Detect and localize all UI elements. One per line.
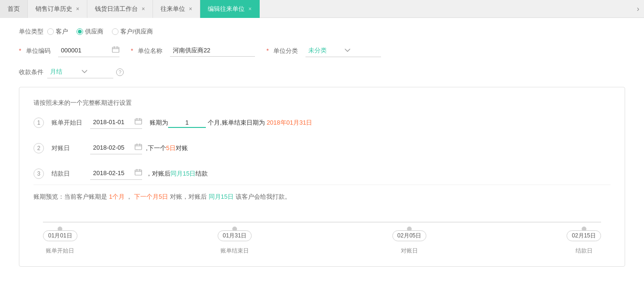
payment-terms-help-icon[interactable]: ? [116, 68, 124, 76]
unit-category-group: * 单位分类 未分类 [266, 44, 381, 57]
preview-end: 该客户会给我打款。 [236, 193, 291, 200]
timeline-point-2: 01月31日 账单结束日 [218, 225, 252, 255]
reconciliation-calendar-icon[interactable] [135, 144, 142, 152]
reconciliation-suffix-prefix: ,下一个 [146, 144, 166, 152]
period-value-input[interactable] [168, 118, 206, 128]
timeline-point-1: 01月01日 账单开始日 [43, 225, 77, 255]
tab-partners[interactable]: 往来单位 × [153, 0, 200, 18]
timeline-label-2: 账单结束日 [220, 247, 249, 255]
preview-sep2: 对账，对账后 [170, 193, 207, 200]
main-content: 单位类型 客户 供应商 客户/供应商 * 单位编码 [0, 18, 644, 287]
section-instruction: 请按照未来的一个完整帐期进行设置 [34, 99, 610, 107]
unit-type-label: 单位类型 [19, 27, 43, 36]
payment-suffix-highlight: 同月15日 [170, 169, 195, 178]
reconciliation-label: 对账日 [51, 144, 85, 152]
payment-suffix-text: 结款 [195, 169, 208, 178]
payment-terms-label: 收款条件 [19, 68, 43, 76]
timeline-badge-4: 02月15日 [567, 230, 601, 241]
timeline-point-3: 02月05日 对账日 [392, 225, 427, 255]
timeline-label-1: 账单开始日 [46, 247, 74, 255]
unit-code-input-wrapper [58, 45, 119, 57]
unit-type-row: 单位类型 客户 供应商 客户/供应商 [19, 27, 625, 36]
payment-date-row: 3 结款日 ，对账后 同月15日 结款 [34, 168, 610, 180]
billing-start-label: 账单开始日 [51, 118, 85, 127]
reconciliation-date-wrapper [90, 142, 142, 154]
unit-code-input[interactable] [58, 45, 110, 56]
payment-date-label: 结款日 [51, 169, 85, 178]
payment-suffix-prefix: ，对账后 [146, 169, 170, 178]
tab-home[interactable]: 首页 [0, 0, 28, 18]
reconciliation-suffix-highlight: 5日 [166, 144, 176, 152]
payment-calendar-icon[interactable] [135, 169, 142, 177]
unit-code-star: * [19, 47, 21, 54]
unit-code-label: 单位编码 [26, 47, 51, 55]
unit-name-group: * 单位名称 [131, 45, 255, 57]
timeline-line [43, 222, 601, 222]
close-sales-history[interactable]: × [76, 6, 79, 12]
tab-bar: 首页 销售订单历史 × 钱货日清工作台 × 往来单位 × 编辑往来单位 × › [0, 0, 644, 18]
preview-sep1: ， [126, 193, 132, 200]
radio-supplier[interactable]: 供应商 [76, 27, 103, 36]
tab-more-button[interactable]: › [632, 5, 644, 13]
preview-part1: 1个月 [109, 193, 125, 200]
unit-category-star: * [266, 47, 269, 54]
svg-rect-4 [135, 119, 142, 124]
unit-code-browse-icon[interactable] [112, 46, 119, 54]
unit-name-input[interactable] [170, 45, 255, 57]
preview-part2: 下一个月5日 [134, 193, 168, 200]
timeline-badge-3: 02月05日 [392, 230, 427, 241]
unit-category-label: 单位分类 [273, 47, 298, 55]
radio-customer[interactable]: 客户 [47, 27, 68, 36]
radio-circle-supplier [76, 28, 83, 35]
row-number-3: 3 [34, 169, 44, 179]
timeline-badge-1: 01月01日 [43, 230, 77, 241]
reconciliation-suffix-text: 对账 [176, 144, 188, 152]
timeline-badge-2: 01月31日 [218, 230, 252, 241]
close-cash-desk[interactable]: × [142, 6, 145, 12]
payment-terms-row: 收款条件 月结 ? [19, 66, 625, 78]
reconciliation-row: 2 对账日 ,下一个 5日 对账 [34, 142, 610, 154]
radio-both[interactable]: 客户/供应商 [112, 27, 153, 36]
row-number-2: 2 [34, 143, 44, 153]
billing-start-date-wrapper [90, 117, 142, 129]
unit-code-group: * 单位编码 [19, 45, 119, 57]
timeline-points: 01月01日 账单开始日 01月31日 账单结束日 02月05日 对账日 [43, 225, 601, 255]
unit-category-select[interactable]: 未分类 [305, 44, 381, 57]
period-label1: 账期为 [150, 118, 168, 127]
billing-period-section: 请按照未来的一个完整帐期进行设置 1 账单开始日 账期为 个月,账单结束日期为 [19, 87, 625, 267]
svg-rect-0 [112, 47, 119, 52]
row-number-1: 1 [34, 118, 44, 128]
preview-row: 账期预览：当前客户账期是 1个月 ， 下一个月5日 对账，对账后 同月15日 该… [34, 185, 610, 206]
timeline-label-4: 结款日 [576, 247, 593, 255]
timeline: 01月01日 账单开始日 01月31日 账单结束日 02月05日 对账日 [43, 215, 601, 255]
billing-start-row: 1 账单开始日 账期为 个月,账单结束日期为 2018年01月31日 [34, 117, 610, 129]
unit-name-star: * [131, 47, 133, 54]
unit-details-row: * 单位编码 * 单位名称 * [19, 44, 625, 57]
period-end-date: 2018年01月31日 [267, 118, 313, 127]
unit-category-chevron [345, 48, 378, 53]
svg-rect-8 [135, 144, 142, 150]
timeline-point-4: 02月15日 结款日 [567, 225, 601, 255]
tab-sales-history[interactable]: 销售订单历史 × [28, 0, 87, 18]
svg-rect-12 [135, 170, 142, 175]
timeline-label-3: 对账日 [401, 247, 418, 255]
tab-edit-partner[interactable]: 编辑往来单位 × [200, 0, 260, 18]
payment-date-wrapper [90, 168, 142, 180]
radio-circle-both [112, 28, 119, 35]
payment-terms-select[interactable]: 月结 [47, 66, 113, 78]
radio-circle-customer [47, 28, 54, 35]
close-partners[interactable]: × [189, 6, 192, 12]
preview-label: 账期预览：当前客户账期是 [34, 193, 107, 200]
billing-start-date-input[interactable] [90, 117, 133, 127]
period-label2: 个月,账单结束日期为 [208, 118, 265, 127]
billing-start-calendar-icon[interactable] [135, 118, 142, 126]
preview-part3: 同月15日 [209, 193, 234, 200]
reconciliation-date-input[interactable] [90, 142, 133, 153]
payment-terms-chevron [82, 69, 110, 75]
unit-name-label: 单位名称 [138, 47, 162, 55]
tab-cash-desk[interactable]: 钱货日清工作台 × [87, 0, 153, 18]
unit-type-radio-group: 客户 供应商 客户/供应商 [47, 27, 153, 36]
close-edit-partner[interactable]: × [248, 6, 252, 12]
payment-date-input[interactable] [90, 168, 133, 178]
